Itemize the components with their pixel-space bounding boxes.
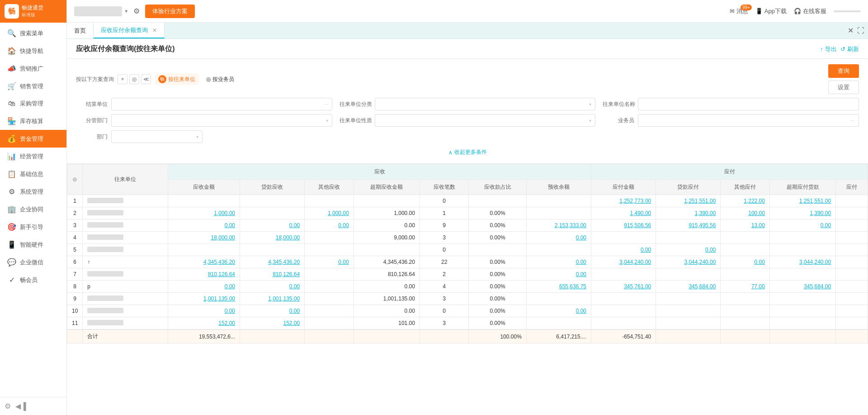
export-button[interactable]: ↑ 导出 bbox=[821, 45, 837, 53]
salesperson-input[interactable]: ··· bbox=[638, 114, 859, 127]
cell-link[interactable]: 1,390.00 bbox=[810, 210, 831, 216]
method-by-unit[interactable]: 畅 按往来单位 bbox=[155, 73, 199, 85]
row-cell[interactable]: 77.00 bbox=[721, 281, 770, 293]
row-cell[interactable]: 0.00 bbox=[168, 219, 240, 232]
collapse-button[interactable]: ∧ 收起更多条件 bbox=[448, 148, 487, 156]
row-cell[interactable]: 1,001,135.00 bbox=[240, 293, 304, 305]
row-cell[interactable]: 0.00 bbox=[305, 219, 354, 232]
row-cell[interactable]: 345,684.00 bbox=[769, 281, 835, 293]
cell-link[interactable]: 1,000.00 bbox=[328, 210, 349, 216]
row-cell[interactable]: 810,126.64 bbox=[168, 268, 240, 281]
department-select[interactable]: ▾ bbox=[111, 130, 203, 143]
sidebar-item-nav[interactable]: 🏠 快捷导航 bbox=[0, 42, 66, 60]
row-cell[interactable]: 4,345,436.20 bbox=[168, 256, 240, 268]
collapse-sidebar-icon[interactable]: ◀▐ bbox=[15, 402, 26, 410]
row-cell[interactable]: 655,636.75 bbox=[526, 281, 591, 293]
back-method-btn[interactable]: ≪ bbox=[141, 74, 151, 84]
row-cell[interactable]: 1,490.00 bbox=[591, 207, 656, 219]
cell-link[interactable]: 915,508.56 bbox=[624, 222, 651, 229]
sidebar-item-sales[interactable]: 🛒 销售管理 bbox=[0, 77, 66, 95]
sidebar-item-guide[interactable]: 🎯 新手引导 bbox=[0, 218, 66, 236]
row-cell[interactable]: 0.00 bbox=[526, 232, 591, 244]
dept-select[interactable]: ▾ bbox=[111, 114, 332, 127]
settlement-unit-input[interactable]: ··· bbox=[111, 98, 332, 110]
cell-link[interactable]: 18,000.00 bbox=[276, 234, 300, 241]
row-cell[interactable]: 0.00 bbox=[168, 305, 240, 317]
row-cell[interactable]: 3,044,240.00 bbox=[656, 256, 721, 268]
cell-link[interactable]: 0.00 bbox=[576, 271, 586, 277]
unit-name-input[interactable] bbox=[638, 98, 859, 110]
row-cell[interactable]: 1,000.00 bbox=[305, 207, 354, 219]
cell-link[interactable]: 1,252,773.00 bbox=[619, 198, 651, 204]
cell-link[interactable]: 1,001,135.00 bbox=[268, 296, 300, 302]
row-cell[interactable]: 0.00 bbox=[591, 244, 656, 256]
add-method-btn[interactable]: + bbox=[118, 74, 127, 84]
cell-link[interactable]: 0.00 bbox=[576, 308, 586, 314]
row-cell[interactable]: 2,153,333.00 bbox=[526, 219, 591, 232]
tab-expand-icon[interactable]: ⛶ bbox=[857, 27, 864, 35]
row-cell[interactable]: 915,508.56 bbox=[591, 219, 656, 232]
row-cell[interactable]: 915,495.56 bbox=[656, 219, 721, 232]
row-cell[interactable]: 18,000.00 bbox=[168, 232, 240, 244]
cell-link[interactable]: 1,001,135.00 bbox=[203, 296, 235, 302]
topbar-gear-icon[interactable]: ⚙ bbox=[133, 7, 140, 15]
table-settings-icon[interactable]: ⚙ bbox=[72, 176, 77, 183]
settings-icon[interactable]: ⚙ bbox=[5, 402, 11, 410]
row-cell[interactable]: 3,044,240.00 bbox=[769, 256, 835, 268]
cell-link[interactable]: 1,000.00 bbox=[214, 210, 235, 216]
refresh-button[interactable]: ↺ 刷新 bbox=[840, 45, 859, 53]
row-cell[interactable]: 0.00 bbox=[526, 305, 591, 317]
row-cell[interactable]: 1,251,551.00 bbox=[769, 195, 835, 207]
cell-link[interactable]: 915,495.56 bbox=[689, 222, 716, 229]
tab-home[interactable]: 首页 bbox=[67, 23, 94, 38]
cell-link[interactable]: 0.00 bbox=[225, 308, 235, 314]
row-cell[interactable]: 0.00 bbox=[526, 256, 591, 268]
row-cell[interactable]: 345,761.00 bbox=[591, 281, 656, 293]
app-download-item[interactable]: 📱 App下载 bbox=[755, 7, 787, 15]
setting-button[interactable]: 设置 bbox=[828, 81, 859, 94]
cell-link[interactable]: 0.00 bbox=[641, 247, 651, 253]
cell-link[interactable]: 1,222.00 bbox=[744, 198, 765, 204]
promo-button[interactable]: 体验行业方案 bbox=[145, 5, 195, 18]
cell-link[interactable]: 152.00 bbox=[283, 320, 300, 326]
cell-link[interactable]: 1,390.00 bbox=[695, 210, 716, 216]
cell-link[interactable]: 152.00 bbox=[218, 320, 235, 326]
sidebar-item-purchase[interactable]: 🛍 采购管理 bbox=[0, 95, 66, 112]
sidebar-item-system[interactable]: ⚙ 系统管理 bbox=[0, 183, 66, 200]
method-by-staff[interactable]: ◎ 按业务员 bbox=[203, 74, 238, 85]
sidebar-item-wechat[interactable]: 💬 企业微信 bbox=[0, 253, 66, 271]
cell-link[interactable]: 2,153,333.00 bbox=[555, 222, 586, 229]
row-cell[interactable]: 0.00 bbox=[769, 219, 835, 232]
cell-link[interactable]: 77.00 bbox=[751, 283, 765, 290]
cell-link[interactable]: 3,044,240.00 bbox=[799, 259, 831, 265]
row-cell[interactable]: 0.00 bbox=[168, 281, 240, 293]
cell-link[interactable]: 18,000.00 bbox=[211, 234, 235, 241]
unit-nature-select[interactable]: ▾ bbox=[375, 114, 596, 127]
settings-method-btn[interactable]: ◎ bbox=[129, 74, 139, 84]
cell-link[interactable]: 0.00 bbox=[821, 222, 831, 229]
cell-link[interactable]: 0.00 bbox=[289, 222, 300, 229]
row-cell[interactable]: 1,251,551.00 bbox=[656, 195, 721, 207]
row-cell[interactable]: 18,000.00 bbox=[240, 232, 304, 244]
row-cell[interactable]: 345,684.00 bbox=[656, 281, 721, 293]
topbar-dropdown-icon[interactable]: ▾ bbox=[125, 8, 128, 14]
cell-link[interactable]: 810,126.64 bbox=[208, 271, 235, 277]
cell-link[interactable]: 0.00 bbox=[289, 283, 300, 290]
sidebar-item-inventory[interactable]: 🏪 库存核算 bbox=[0, 112, 66, 130]
tab-close-all-icon[interactable]: ✕ bbox=[848, 26, 854, 35]
sidebar-item-operation[interactable]: 📊 经营管理 bbox=[0, 148, 66, 165]
row-cell[interactable]: 1,390.00 bbox=[656, 207, 721, 219]
online-service-item[interactable]: 🎧 在线客服 bbox=[794, 7, 826, 15]
cell-link[interactable]: 345,684.00 bbox=[689, 283, 716, 290]
cell-link[interactable]: 0.00 bbox=[705, 247, 716, 253]
row-cell[interactable]: 1,252,773.00 bbox=[591, 195, 656, 207]
row-cell[interactable]: 100.00 bbox=[721, 207, 770, 219]
sidebar-item-basic[interactable]: 📋 基础信息 bbox=[0, 165, 66, 183]
sidebar-item-collab[interactable]: 🏢 企业协同 bbox=[0, 200, 66, 218]
cell-link[interactable]: 345,684.00 bbox=[804, 283, 831, 290]
row-cell[interactable]: 0.00 bbox=[240, 305, 304, 317]
row-cell[interactable]: 13.00 bbox=[721, 219, 770, 232]
cell-link[interactable]: 0.00 bbox=[755, 259, 765, 265]
row-cell[interactable]: 0.00 bbox=[240, 281, 304, 293]
sidebar-item-marketing[interactable]: 📣 营销推广 bbox=[0, 60, 66, 77]
